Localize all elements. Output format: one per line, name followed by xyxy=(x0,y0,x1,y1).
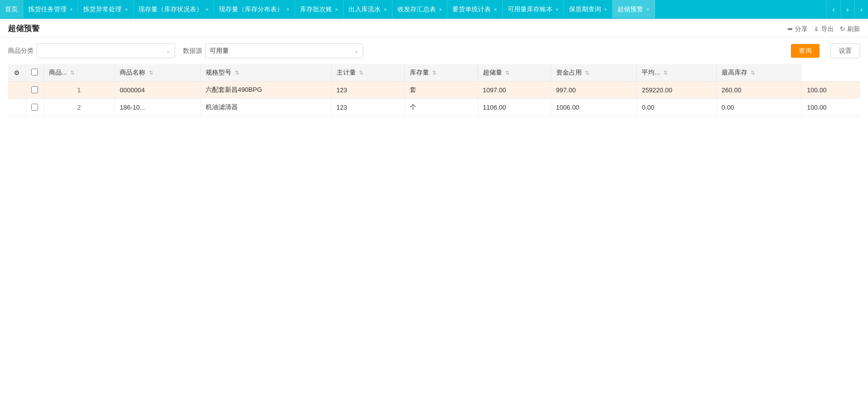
sort-icon-spec: ⇅ xyxy=(235,70,239,76)
sort-icon-stock: ⇅ xyxy=(432,70,436,76)
sort-icon-max-stock: ⇅ xyxy=(750,70,755,76)
col-header-avg-price[interactable]: 平均... ⇅ xyxy=(637,64,716,81)
col-header-stock[interactable]: 库存量 ⇅ xyxy=(404,64,477,81)
nav-arrow-group: ‹ › › xyxy=(826,0,868,19)
datasource-select[interactable]: 可用量 ⌄ xyxy=(205,43,363,58)
row-capital-1: 0.00 xyxy=(637,99,716,116)
close-overstock[interactable]: × xyxy=(646,6,649,12)
col-header-product-code[interactable]: 商品... ⇅ xyxy=(43,64,115,81)
sort-icon-product-code: ⇅ xyxy=(70,70,75,76)
col-header-overstock[interactable]: 超储量 ⇅ xyxy=(477,64,551,81)
nav-req-stat[interactable]: 要货单统计表 × xyxy=(447,0,502,19)
table-header-row: ⚙ 商品... ⇅ 商品名称 ⇅ 规格型号 ⇅ 主计量 xyxy=(8,64,860,81)
datasource-label: 数据源 xyxy=(183,46,202,55)
close-pick-task[interactable]: × xyxy=(70,6,73,12)
row-index-1: 2 xyxy=(43,99,115,116)
header-actions: ➦ 分享 ⇓ 导出 ↻ 刷新 xyxy=(787,25,860,34)
nav-next-arrow[interactable]: › xyxy=(840,0,854,19)
sort-icon-avg-price: ⇅ xyxy=(663,70,668,76)
row-product-code-0: 0000004 xyxy=(115,81,201,99)
row-max-stock-1: 100.00 xyxy=(802,99,860,116)
nav-recv-send[interactable]: 收发存汇总表 × xyxy=(392,0,447,19)
nav-stock-status[interactable]: 现存量（库存状况表） × xyxy=(133,0,214,19)
row-unit-1: 个 xyxy=(404,99,477,116)
category-filter-group: 商品分类 ⌄ xyxy=(8,43,175,58)
row-product-name-0: 六配套新昌490BPG xyxy=(200,81,331,99)
settings-button[interactable]: 设置 xyxy=(830,43,860,58)
refresh-button[interactable]: ↻ 刷新 xyxy=(840,25,860,34)
row-checkbox-cell xyxy=(26,81,43,99)
close-expiry[interactable]: × xyxy=(604,6,607,12)
row-unit-0: 套 xyxy=(404,81,477,99)
top-navigation: 首页 拣货任务管理 × 拣货异常处理 × 现存量（库存状况表） × 现存量（库存… xyxy=(0,0,868,19)
sort-icon-capital: ⇅ xyxy=(585,70,589,76)
category-dropdown-icon: ⌄ xyxy=(166,47,171,54)
nav-home[interactable]: 首页 xyxy=(0,0,23,19)
row-overstock-1: 1006.00 xyxy=(551,99,637,116)
nav-stock-dist[interactable]: 现存量（库存分布表） × xyxy=(214,0,295,19)
row-index-0: 1 xyxy=(43,81,115,99)
table-row: 1 0000004 六配套新昌490BPG 123 套 1097.00 997.… xyxy=(8,81,860,99)
nav-avail-stock[interactable]: 可用量库存账本 × xyxy=(503,0,564,19)
col-header-capital[interactable]: 资金占用 ⇅ xyxy=(551,64,637,81)
category-select[interactable]: ⌄ xyxy=(37,43,175,58)
select-all-checkbox[interactable] xyxy=(31,69,38,76)
nav-pick-exception[interactable]: 拣货异常处理 × xyxy=(78,0,133,19)
row-capital-0: 259220.00 xyxy=(637,81,716,99)
nav-overstock[interactable]: 超储预警 × xyxy=(612,0,654,19)
col-header-spec[interactable]: 规格型号 ⇅ xyxy=(200,64,331,81)
row-spec-0: 123 xyxy=(331,81,404,99)
close-stock-status[interactable]: × xyxy=(206,6,209,12)
row-settings-cell xyxy=(8,81,26,99)
row-checkbox-cell xyxy=(26,99,43,116)
row-stock-0: 1097.00 xyxy=(477,81,551,99)
share-icon: ➦ xyxy=(787,25,793,33)
row-avg-price-1: 0.00 xyxy=(716,99,802,116)
row-checkbox-0[interactable] xyxy=(31,86,38,93)
row-spec-1: 123 xyxy=(331,99,404,116)
nav-more-arrow[interactable]: › xyxy=(854,0,868,19)
refresh-icon: ↻ xyxy=(840,25,845,33)
table-body: 1 0000004 六配套新昌490BPG 123 套 1097.00 997.… xyxy=(8,81,860,116)
query-button[interactable]: 查询 xyxy=(791,44,820,58)
overstock-table: ⚙ 商品... ⇅ 商品名称 ⇅ 规格型号 ⇅ 主计量 xyxy=(8,64,860,116)
col-header-max-stock[interactable]: 最高库存 ⇅ xyxy=(716,64,802,81)
close-recv-send[interactable]: × xyxy=(439,6,442,12)
row-overstock-0: 997.00 xyxy=(551,81,637,99)
col-header-checkbox xyxy=(26,64,43,81)
sort-icon-unit: ⇅ xyxy=(359,70,363,76)
sort-icon-overstock: ⇅ xyxy=(505,70,510,76)
close-pick-exception[interactable]: × xyxy=(125,6,128,12)
col-header-settings: ⚙ xyxy=(8,64,26,81)
close-inout-flow[interactable]: × xyxy=(384,6,387,12)
close-batch-account[interactable]: × xyxy=(335,6,338,12)
datasource-filter-group: 数据源 可用量 ⌄ xyxy=(183,43,363,58)
row-avg-price-0: 260.00 xyxy=(716,81,802,99)
filter-area: 商品分类 ⌄ 数据源 可用量 ⌄ 查询 设置 xyxy=(0,38,868,64)
col-header-unit[interactable]: 主计量 ⇅ xyxy=(331,64,404,81)
col-header-product-name[interactable]: 商品名称 ⇅ xyxy=(115,64,201,81)
export-button[interactable]: ⇓ 导出 xyxy=(814,25,834,34)
export-icon: ⇓ xyxy=(814,25,819,33)
row-max-stock-0: 100.00 xyxy=(802,81,860,99)
nav-expiry[interactable]: 保质期查询 × xyxy=(564,0,612,19)
sort-icon-product-name: ⇅ xyxy=(149,70,153,76)
row-checkbox-1[interactable] xyxy=(31,104,38,111)
nav-inout-flow[interactable]: 出入库流水 × xyxy=(344,0,392,19)
settings-icon[interactable]: ⚙ xyxy=(14,69,20,77)
page-title: 超储预警 xyxy=(8,24,40,34)
row-product-code-1: 186-10... xyxy=(115,99,201,116)
nav-pick-task[interactable]: 拣货任务管理 × xyxy=(23,0,78,19)
share-button[interactable]: ➦ 分享 xyxy=(787,25,808,34)
datasource-dropdown-icon: ⌄ xyxy=(354,47,359,54)
close-req-stat[interactable]: × xyxy=(494,6,497,12)
nav-prev-arrow[interactable]: ‹ xyxy=(826,0,840,19)
row-settings-cell xyxy=(8,99,26,116)
datasource-select-value: 可用量 xyxy=(210,46,229,55)
close-stock-dist[interactable]: × xyxy=(286,6,289,12)
page-header: 超储预警 ➦ 分享 ⇓ 导出 ↻ 刷新 xyxy=(0,19,868,38)
row-product-name-1: 机油滤清器 xyxy=(200,99,331,116)
nav-batch-account[interactable]: 库存批次账 × xyxy=(295,0,344,19)
table-row: 2 186-10... 机油滤清器 123 个 1106.00 1006.00 … xyxy=(8,99,860,116)
close-avail-stock[interactable]: × xyxy=(556,6,559,12)
